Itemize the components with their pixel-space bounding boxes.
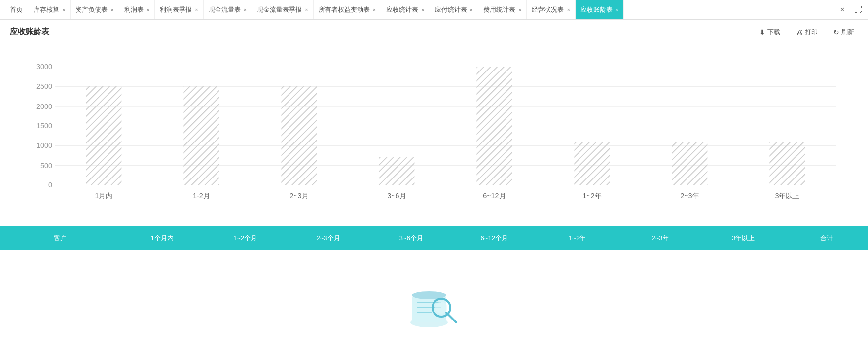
tab-cashflow-quarterly-close[interactable]: × — [305, 7, 308, 13]
table-header: 客户 1个月内 1~2个月 2~3个月 3~6个月 6~12个月 1~2年 2~… — [0, 226, 868, 250]
download-label: 下载 — [767, 28, 780, 36]
th-3-6month: 3~6个月 — [370, 234, 453, 243]
tab-ar-aging-close[interactable]: × — [615, 7, 618, 13]
tab-equity-close[interactable]: × — [373, 7, 376, 13]
tab-balance-label: 资产负债表 — [75, 5, 108, 14]
tab-profit-label: 利润表 — [124, 5, 144, 14]
tab-inventory[interactable]: 库存核算 × — [29, 0, 71, 20]
tab-operation-close[interactable]: × — [567, 7, 570, 13]
download-button[interactable]: ⬇ 下载 — [756, 26, 784, 38]
svg-text:500: 500 — [40, 162, 52, 170]
th-customer: 客户 — [0, 234, 121, 243]
refresh-label: 刷新 — [841, 28, 854, 36]
svg-text:2000: 2000 — [36, 103, 52, 110]
bar-1月内 — [86, 86, 121, 185]
th-2-3month: 2~3个月 — [287, 234, 369, 243]
tab-profit-quarterly-label: 利润表季报 — [160, 5, 192, 14]
page-header: 应收账龄表 ⬇ 下载 🖨 打印 ↻ 刷新 — [0, 20, 868, 44]
refresh-icon: ↻ — [833, 28, 839, 36]
tab-ap-stat-label: 应付统计表 — [435, 5, 467, 14]
empty-illustration — [402, 276, 466, 330]
tab-profit-quarterly-close[interactable]: × — [195, 7, 198, 13]
main-content: 3000 2500 2000 1500 1000 500 0 1月内 1-2月 … — [0, 44, 868, 355]
page-title: 应收账龄表 — [10, 27, 49, 37]
tab-operation-label: 经营状况表 — [532, 5, 564, 14]
tab-equity-label: 所有者权益变动表 — [319, 5, 370, 14]
svg-text:1-2月: 1-2月 — [193, 192, 210, 200]
svg-text:0: 0 — [48, 181, 52, 189]
tab-balance[interactable]: 资产负债表 × — [71, 0, 119, 20]
tab-profit-quarterly[interactable]: 利润表季报 × — [155, 0, 203, 20]
tab-cashflow-label: 现金流量表 — [209, 5, 241, 14]
tab-profit-close[interactable]: × — [146, 7, 149, 13]
bar-3-6月 — [379, 157, 414, 185]
tab-home[interactable]: 首页 — [4, 0, 29, 20]
th-1-2month: 1~2个月 — [204, 234, 287, 243]
window-controls: × ⛶ — [836, 4, 864, 16]
th-1-2year: 1~2年 — [536, 234, 618, 243]
tab-expense-stat-label: 费用统计表 — [483, 5, 515, 14]
svg-text:3~6月: 3~6月 — [387, 192, 406, 200]
tab-equity[interactable]: 所有者权益变动表 × — [314, 0, 381, 20]
tab-cashflow-close[interactable]: × — [244, 7, 247, 13]
tab-bar: 首页 库存核算 × 资产负债表 × 利润表 × 利润表季报 × 现金流量表 × … — [0, 0, 868, 20]
maximize-button[interactable]: ⛶ — [852, 4, 864, 16]
tab-ar-aging-label: 应收账龄表 — [580, 5, 613, 14]
th-3year-plus: 3年以上 — [702, 234, 785, 243]
bar-6-12月 — [476, 67, 512, 185]
chart-area: 3000 2500 2000 1500 1000 500 0 1月内 1-2月 … — [0, 44, 868, 226]
tab-ar-stat-close[interactable]: × — [421, 7, 424, 13]
th-2-3year: 2~3年 — [619, 234, 702, 243]
bar-2-3年 — [672, 142, 707, 185]
tab-operation[interactable]: 经营状况表 × — [527, 0, 575, 20]
svg-text:2~3年: 2~3年 — [680, 192, 699, 200]
download-icon: ⬇ — [760, 28, 765, 36]
svg-text:2~3月: 2~3月 — [289, 192, 308, 200]
svg-point-32 — [435, 302, 447, 314]
tab-cashflow-quarterly[interactable]: 现金流量表季报 × — [252, 0, 313, 20]
svg-text:3年以上: 3年以上 — [775, 192, 799, 200]
th-1month: 1个月内 — [121, 234, 204, 243]
tab-cashflow[interactable]: 现金流量表 × — [204, 0, 252, 20]
page-actions: ⬇ 下载 🖨 打印 ↻ 刷新 — [756, 26, 858, 38]
empty-state — [0, 250, 868, 355]
svg-text:2500: 2500 — [36, 82, 52, 90]
th-total: 合计 — [785, 234, 868, 243]
tab-balance-close[interactable]: × — [110, 7, 113, 13]
print-label: 打印 — [805, 28, 818, 36]
svg-text:1500: 1500 — [36, 122, 52, 130]
bar-1-2年 — [574, 142, 610, 185]
svg-text:3000: 3000 — [36, 63, 52, 71]
bar-3年以上 — [769, 142, 805, 185]
refresh-button[interactable]: ↻ 刷新 — [830, 26, 858, 38]
tab-ap-stat[interactable]: 应付统计表 × — [430, 0, 478, 20]
tab-ar-aging[interactable]: 应收账龄表 × — [576, 0, 624, 20]
tab-ar-stat[interactable]: 应收统计表 × — [381, 0, 430, 20]
bar-1-2月 — [183, 86, 219, 185]
tab-profit[interactable]: 利润表 × — [119, 0, 155, 20]
svg-text:1月内: 1月内 — [95, 192, 112, 200]
th-6-12month: 6~12个月 — [453, 234, 536, 243]
print-icon: 🖨 — [796, 28, 803, 36]
bar-chart: 3000 2500 2000 1500 1000 500 0 1月内 1-2月 … — [20, 54, 848, 221]
svg-text:1~2年: 1~2年 — [582, 192, 601, 200]
tab-ap-stat-close[interactable]: × — [470, 7, 473, 13]
tab-expense-stat[interactable]: 费用统计表 × — [478, 0, 527, 20]
tab-home-label: 首页 — [10, 5, 23, 14]
tab-ar-stat-label: 应收统计表 — [386, 5, 418, 14]
close-button[interactable]: × — [836, 4, 848, 16]
tab-expense-stat-close[interactable]: × — [518, 7, 521, 13]
tab-cashflow-quarterly-label: 现金流量表季报 — [257, 5, 302, 14]
bar-2-3月 — [281, 86, 317, 185]
svg-text:6~12月: 6~12月 — [483, 192, 506, 200]
tab-inventory-close[interactable]: × — [62, 7, 65, 13]
svg-text:1000: 1000 — [36, 142, 52, 149]
tab-inventory-label: 库存核算 — [34, 5, 59, 14]
print-button[interactable]: 🖨 打印 — [792, 26, 822, 38]
